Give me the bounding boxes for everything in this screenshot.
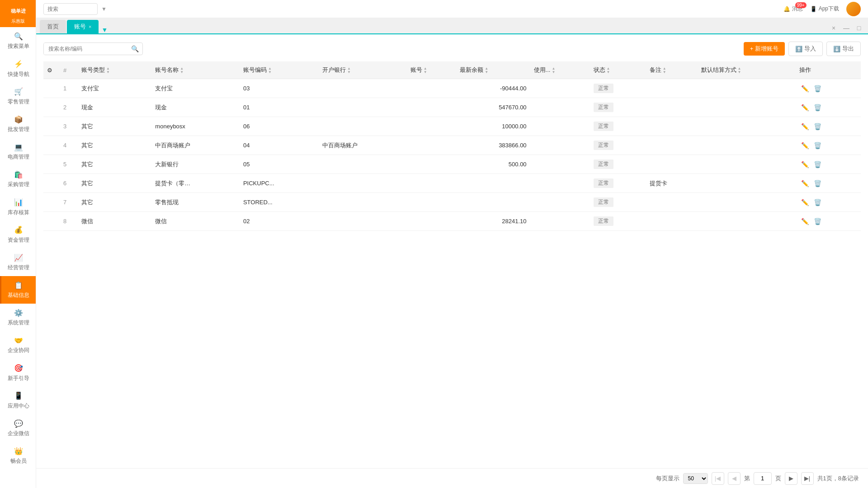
row-name: 大新银行 <box>151 155 240 174</box>
sidebar-item-quick-nav[interactable]: ⚡ 快捷导航 <box>0 55 36 82</box>
edit-button[interactable]: ✏️ <box>799 84 811 93</box>
per-page-select[interactable]: 50 10 20 100 <box>683 473 708 484</box>
search-input[interactable] <box>44 43 127 55</box>
sidebar-item-inventory[interactable]: 📊 库存核算 <box>0 193 36 221</box>
row-settings <box>43 117 60 136</box>
col-bank[interactable]: 开户银行▲▼ <box>319 61 407 79</box>
delete-button[interactable]: 🗑️ <box>812 141 823 150</box>
search-button[interactable]: 🔍 <box>127 45 142 52</box>
sidebar-item-corp-wechat[interactable]: 💬 企业微信 <box>0 414 36 442</box>
sidebar-item-label: 企业协同 <box>8 347 29 354</box>
wholesale-icon: 📦 <box>14 115 23 125</box>
delete-button[interactable]: 🗑️ <box>812 160 823 169</box>
tab-expand-icon[interactable]: ▼ <box>101 26 108 33</box>
add-account-button[interactable]: + 新增账号 <box>744 42 785 56</box>
win-minimize-button[interactable]: — <box>841 23 852 33</box>
delete-button[interactable]: 🗑️ <box>812 122 823 131</box>
table-row: 4 其它 中百商场账户 04 中百商场账户 383866.00 正常 ✏️ 🗑️ <box>43 136 861 155</box>
header-dropdown-icon[interactable]: ▼ <box>101 6 107 12</box>
row-account <box>407 79 457 98</box>
sidebar-item-ops[interactable]: 📈 经营管理 <box>0 249 36 276</box>
last-page-button[interactable]: ▶| <box>801 472 814 485</box>
sidebar-item-purchase[interactable]: 🛍️ 采购管理 <box>0 165 36 193</box>
row-actions: ✏️ 🗑️ <box>796 136 861 155</box>
sidebar-item-label: 零售管理 <box>8 98 29 106</box>
sidebar-item-corp-agreement[interactable]: 🤝 企业协同 <box>0 331 36 359</box>
col-usage[interactable]: 使用...▲▼ <box>530 61 590 79</box>
win-maximize-button[interactable]: □ <box>854 23 864 33</box>
col-remark[interactable]: 备注▲▼ <box>646 61 698 79</box>
col-settings[interactable]: ⚙ <box>43 61 60 79</box>
sidebar-item-label: 畅会员 <box>10 457 27 465</box>
edit-button[interactable]: ✏️ <box>799 141 811 150</box>
col-actions: 操作 <box>796 61 861 79</box>
col-account[interactable]: 账号▲▼ <box>407 61 457 79</box>
edit-button[interactable]: ✏️ <box>799 198 811 207</box>
prev-page-button[interactable]: ◀ <box>728 472 741 485</box>
col-status[interactable]: 状态▲▼ <box>590 61 646 79</box>
sidebar-item-wholesale[interactable]: 📦 批发管理 <box>0 110 36 138</box>
row-balance: 10000.00 <box>456 117 530 136</box>
edit-button[interactable]: ✏️ <box>799 217 811 226</box>
edit-button[interactable]: ✏️ <box>799 179 811 188</box>
delete-button[interactable]: 🗑️ <box>812 198 823 207</box>
sidebar-item-finance[interactable]: 💰 资金管理 <box>0 221 36 248</box>
import-label: 导入 <box>804 45 816 53</box>
messages-badge: 99+ <box>795 2 807 8</box>
delete-button[interactable]: 🗑️ <box>812 217 823 226</box>
header-left: ▼ <box>43 3 107 15</box>
row-name: moneybosx <box>151 117 240 136</box>
col-balance[interactable]: 最新余额▲▼ <box>456 61 530 79</box>
sidebar-item-retail[interactable]: 🛒 零售管理 <box>0 82 36 110</box>
tab-close-icon[interactable]: × <box>89 24 91 29</box>
edit-button[interactable]: ✏️ <box>799 122 811 131</box>
sidebar-item-vip[interactable]: 👑 畅会员 <box>0 442 36 469</box>
win-close-button[interactable]: × <box>828 23 839 33</box>
tab-home[interactable]: 首页 <box>40 20 66 33</box>
row-code: 06 <box>240 117 319 136</box>
col-settlement[interactable]: 默认结算方式▲▼ <box>698 61 796 79</box>
export-button[interactable]: ⬇️ 导出 <box>826 42 861 56</box>
tab-account-label: 账号 <box>74 23 86 31</box>
import-button[interactable]: ⬆️ 导入 <box>788 42 823 56</box>
row-settlement <box>698 193 796 212</box>
sidebar-item-newbie[interactable]: 🎯 新手引导 <box>0 359 36 386</box>
sidebar-item-app-center[interactable]: 📱 应用中心 <box>0 386 36 414</box>
status-badge: 正常 <box>594 84 613 93</box>
messages-button[interactable]: 🔔 消息 99+ <box>783 5 803 13</box>
sidebar: 稳单进 乐惠版 🔍 搜索菜单 ⚡ 快捷导航 🛒 零售管理 📦 批发管理 💻 电商… <box>0 0 36 488</box>
app-logo: 稳单进 乐惠版 <box>0 0 36 27</box>
delete-button[interactable]: 🗑️ <box>812 84 823 93</box>
sidebar-item-label: 资金管理 <box>8 236 29 244</box>
tab-account[interactable]: 账号 × <box>67 20 99 33</box>
sidebar-item-ecom[interactable]: 💻 电商管理 <box>0 138 36 165</box>
sidebar-item-sys-mgmt[interactable]: ⚙️ 系统管理 <box>0 304 36 331</box>
user-avatar[interactable] <box>846 2 861 16</box>
first-page-button[interactable]: |◀ <box>712 472 724 485</box>
delete-button[interactable]: 🗑️ <box>812 103 823 112</box>
page-number-input[interactable] <box>754 472 772 485</box>
top-search-input[interactable] <box>43 3 98 15</box>
row-balance <box>456 193 530 212</box>
newbie-icon: 🎯 <box>14 363 23 373</box>
edit-button[interactable]: ✏️ <box>799 103 811 112</box>
table-row: 2 现金 现金 01 547670.00 正常 ✏️ 🗑️ <box>43 98 861 117</box>
sidebar-item-basic-info[interactable]: 📋 基础信息 <box>0 276 36 304</box>
row-status: 正常 <box>590 174 646 193</box>
col-code[interactable]: 账号编码▲▼ <box>240 61 319 79</box>
next-page-button[interactable]: ▶ <box>785 472 797 485</box>
sidebar-item-search-menu[interactable]: 🔍 搜索菜单 <box>0 27 36 55</box>
ecom-icon: 💻 <box>14 142 23 152</box>
row-settlement <box>698 79 796 98</box>
row-settlement <box>698 98 796 117</box>
edit-button[interactable]: ✏️ <box>799 160 811 169</box>
delete-button[interactable]: 🗑️ <box>812 179 823 188</box>
row-balance <box>456 174 530 193</box>
logo-subtitle: 乐惠版 <box>11 18 25 24</box>
row-code: STORED... <box>240 193 319 212</box>
col-type[interactable]: 账号类型▲▼ <box>78 61 151 79</box>
col-name[interactable]: 账号名称▲▼ <box>151 61 240 79</box>
row-remark <box>646 79 698 98</box>
app-download-button[interactable]: 📱 App下载 <box>810 5 839 13</box>
total-label: 共1页，8条记录 <box>817 474 859 483</box>
